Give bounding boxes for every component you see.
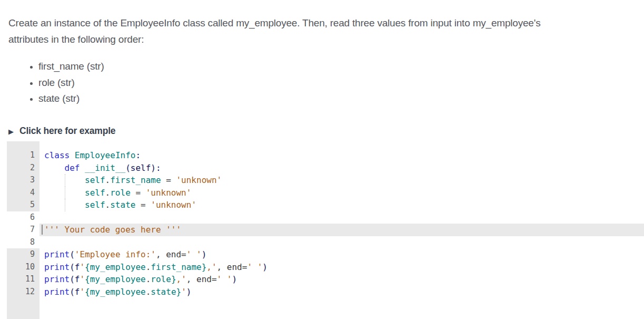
line-number: 12 <box>7 286 39 298</box>
line-number: 8 <box>7 236 39 249</box>
line-number: 4 <box>7 187 39 199</box>
editor-gutter: 123456789101112 <box>7 141 39 319</box>
line-number: 2 <box>7 162 39 175</box>
line-number: 10 <box>7 261 39 274</box>
list-item: role (str) <box>38 75 636 91</box>
instructions-line-2: attributes in the following order: <box>8 34 144 45</box>
code-line-2[interactable]: def __init__(self): <box>39 162 644 175</box>
exercise-panel: Create an instance of the EmployeeInfo c… <box>0 0 644 137</box>
code-line-11[interactable]: print(f'{my_employee.role},', end=' ') <box>39 273 644 286</box>
code-line-4[interactable]: self.role = 'unknown' <box>39 187 644 199</box>
editor-left-margin <box>0 141 7 319</box>
instructions-line-1: Create an instance of the EmployeeInfo c… <box>8 17 540 28</box>
indent-guide <box>65 187 65 199</box>
line-number: 3 <box>7 174 39 187</box>
triangle-right-icon: ▶ <box>8 128 14 135</box>
line-number: 5 <box>7 199 39 211</box>
code-line-1[interactable]: class EmployeeInfo: <box>39 149 644 162</box>
code-line-10[interactable]: print(f'{my_employee.first_name},', end=… <box>39 261 644 274</box>
code-line-8[interactable] <box>39 236 644 249</box>
indent-guide <box>65 174 65 187</box>
line-number: 7 <box>7 224 39 236</box>
code-line-6[interactable] <box>39 211 644 224</box>
code-line-3[interactable]: self.first_name = 'unknown' <box>39 174 644 187</box>
list-item: state (str) <box>38 91 636 107</box>
code-editor[interactable]: 123456789101112 class EmployeeInfo: def … <box>0 141 644 319</box>
code-line-9[interactable]: print('Employee info:', end=' ') <box>39 248 644 261</box>
code-line-12[interactable]: print(f'{my_employee.state}') <box>39 286 644 298</box>
code-lines[interactable]: class EmployeeInfo: def __init__(self): … <box>39 141 644 319</box>
line-number: 11 <box>7 273 39 286</box>
example-toggle[interactable]: ▶ Click here for example <box>8 125 115 137</box>
text-cursor <box>42 225 43 235</box>
example-toggle-label: Click here for example <box>19 125 115 137</box>
list-item: first_name (str) <box>38 59 636 75</box>
indent-guide <box>65 199 65 211</box>
instructions: Create an instance of the EmployeeInfo c… <box>8 15 636 47</box>
code-line-7[interactable]: ''' Your code goes here ''' <box>39 224 644 236</box>
attribute-list: first_name (str) role (str) state (str) <box>8 59 636 107</box>
line-number: 6 <box>7 211 39 224</box>
code-line-5[interactable]: self.state = 'unknown' <box>39 199 644 211</box>
line-number: 9 <box>7 248 39 261</box>
line-number: 1 <box>7 149 39 162</box>
